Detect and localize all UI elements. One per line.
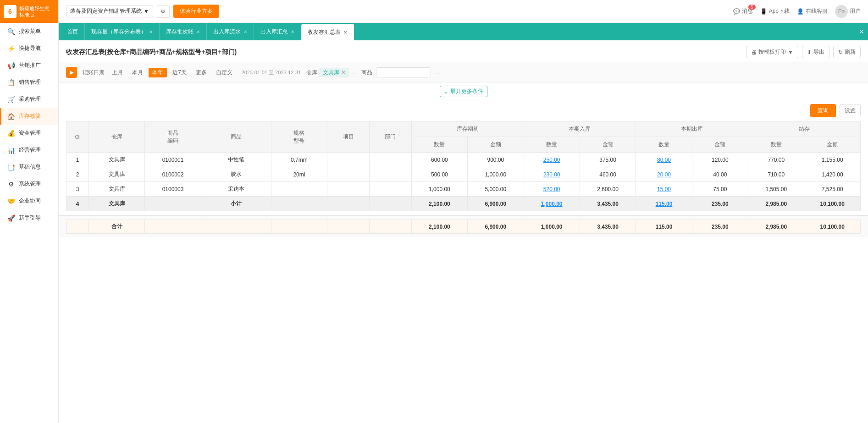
date-filter-label: 记账日期 [83,69,105,77]
enterprise-icon: 🤝 [7,198,15,205]
date-option-this-year[interactable]: 本年 [149,68,167,77]
row3-in-amt: 2,600.00 [580,182,636,197]
set-button[interactable]: 设置 [840,104,861,117]
export-label: 导出 [813,48,824,56]
trial-button[interactable]: 体验行业方案 [173,5,219,18]
row1-out-qty[interactable]: 80.00 [636,153,692,167]
total-out-amt: 235.00 [692,220,748,234]
sidebar-item-guide[interactable]: 🚀 新手引导 [0,209,58,226]
date-option-7days[interactable]: 近7天 [169,68,190,77]
col-bal-qty-header: 数量 [748,137,804,153]
date-option-more[interactable]: 更多 [192,68,210,77]
warehouse-more-dots[interactable]: ... [351,69,356,76]
topbar: 装备及固定资产辅助管理系统 ▼ ⚙ 体验行业方案 💬 消息 6 📱 App下载 … [59,0,868,23]
message-button[interactable]: 💬 消息 6 [733,7,753,15]
row3-dept [369,182,411,197]
row3-in-qty[interactable]: 520.00 [524,182,580,197]
row2-out-qty[interactable]: 20.00 [636,167,692,182]
tab-rec-send-summary[interactable]: 收发存汇总表 ✕ [301,24,354,40]
col-in-qty-header: 数量 [524,137,580,153]
tab-flow-label: 出入库流水 [213,28,241,36]
date-option-custom[interactable]: 自定义 [212,68,236,77]
sidebar-item-inventory[interactable]: 🏠 库存核算 [0,108,58,125]
row1-in-qty[interactable]: 250.00 [524,153,580,167]
subtotal-no: 4 [66,197,89,211]
tab-summary-label: 出入库汇总 [260,28,288,36]
topbar-right: 💬 消息 6 📱 App下载 👤 在线客服 Ea 用户 [733,5,861,18]
tab-batch-account[interactable]: 库存批次账 ✕ [160,23,207,40]
row1-code: 0100001 [145,153,201,167]
filter-toggle-button[interactable]: ▶ [66,67,77,78]
service-label: 在线客服 [806,7,828,15]
warehouse-tag-remove[interactable]: ✕ [341,69,346,76]
tab-stock-dist[interactable]: 现存量（库存分布表） ✕ [85,23,160,40]
service-button[interactable]: 👤 在线客服 [797,7,828,15]
date-option-this-month[interactable]: 本月 [128,68,147,77]
date-range-display: 2023-01-01 至 2023-12-31 [242,69,301,76]
sidebar-item-sales[interactable]: 📋 销售管理 [0,74,58,91]
row2-warehouse: 文具库 [88,167,144,182]
tab-rec-send-close[interactable]: ✕ [343,30,347,35]
row3-out-qty[interactable]: 15.00 [636,182,692,197]
row3-name: 采访本 [201,182,271,197]
tab-summary-close[interactable]: ✕ [291,29,294,34]
row3-bal-amt: 7,525.00 [804,182,861,197]
tab-home[interactable]: 首页 [61,23,85,40]
tab-in-out-summary[interactable]: 出入库汇总 ✕ [254,23,301,40]
tab-rec-send-label: 收发存汇总表 [308,28,341,36]
subtotal-in-qty[interactable]: 1,000.00 [524,197,580,211]
sidebar-item-basic-info[interactable]: 📑 基础信息 [0,159,58,176]
subtotal-out-qty[interactable]: 115.00 [636,197,692,211]
subtotal-project [327,197,370,211]
goods-search-input[interactable] [376,67,431,77]
purchase-icon: 🛒 [7,96,15,103]
message-badge: 6 [748,5,756,10]
subtotal-bal-qty: 2,985.00 [748,197,804,211]
table-row: 3 文具库 0100003 采访本 1,000.00 5,000.00 520.… [66,182,861,197]
subtotal-bal-amt: 10,100.00 [804,197,861,211]
row2-in-qty[interactable]: 230.00 [524,167,580,182]
sidebar: 6 畅捷通好生意 标准版 🔍 搜索菜单 ⚡ 快捷导航 📢 营销推广 📋 销售管理… [0,0,59,423]
expand-label: 展开更多条件 [450,88,483,95]
row2-bal-qty: 710.00 [748,167,804,182]
app-download-button[interactable]: 📱 App下载 [760,7,790,15]
settings-gear-button[interactable]: ⚙ [157,5,170,18]
sidebar-item-quick-nav[interactable]: ⚡ 快捷导航 [0,40,58,57]
goods-more-dots[interactable]: ... [435,69,439,76]
system-selector[interactable]: 装备及固定资产辅助管理系统 ▼ [66,5,153,17]
date-options: 上月 本月 本年 近7天 更多 自定义 [108,68,236,77]
expand-more-button[interactable]: ⌄ 展开更多条件 [440,86,487,97]
sidebar-item-marketing[interactable]: 📢 营销推广 [0,57,58,74]
sidebar-item-purchase[interactable]: 🛒 采购管理 [0,91,58,108]
refresh-button[interactable]: ↻ 刷新 [833,46,861,58]
sidebar-item-search[interactable]: 🔍 搜索菜单 [0,23,58,40]
sidebar-item-system[interactable]: ⚙ 系统管理 [0,176,58,192]
tabbar-close-all[interactable]: ✕ [857,26,866,37]
print-button[interactable]: 🖨 按模板打印 ▼ [746,46,798,58]
page-header: 收发存汇总表(按仓库+商品编码+商品+规格型号+项目+部门) 🖨 按模板打印 ▼… [59,40,868,62]
row3-spec [271,182,327,197]
total-label: 合计 [88,220,144,234]
table-row: 1 文具库 0100001 中性笔 0.7mm 600.00 900.00 25… [66,153,861,167]
subtotal-name: 小计 [201,197,271,211]
page-content: 收发存汇总表(按仓库+商品编码+商品+规格型号+项目+部门) 🖨 按模板打印 ▼… [59,40,868,423]
tab-batch-close[interactable]: ✕ [196,29,200,34]
tab-stock-dist-close[interactable]: ✕ [149,29,153,34]
col-out-amt-header: 金额 [692,137,748,153]
query-button[interactable]: 查询 [810,104,836,117]
refresh-label: 刷新 [845,48,856,56]
col-out-qty-header: 数量 [636,137,692,153]
tab-in-out-flow[interactable]: 出入库流水 ✕ [207,23,254,40]
sidebar-item-enterprise[interactable]: 🤝 企业协同 [0,192,58,209]
sidebar-item-operations[interactable]: 📊 经营管理 [0,142,58,159]
sidebar-item-finance[interactable]: 💰 资金管理 [0,125,58,142]
subtotal-spec [271,197,327,211]
row1-bal-amt: 1,155.00 [804,153,861,167]
user-menu[interactable]: Ea 用户 [835,5,861,18]
table-settings-icon[interactable]: ⚙ [74,133,80,141]
tab-flow-close[interactable]: ✕ [243,29,247,34]
expand-icon: ⌄ [444,88,448,95]
row1-project [327,153,370,167]
export-button[interactable]: ⬇ 导出 [802,46,829,58]
date-option-last-month[interactable]: 上月 [108,68,127,77]
